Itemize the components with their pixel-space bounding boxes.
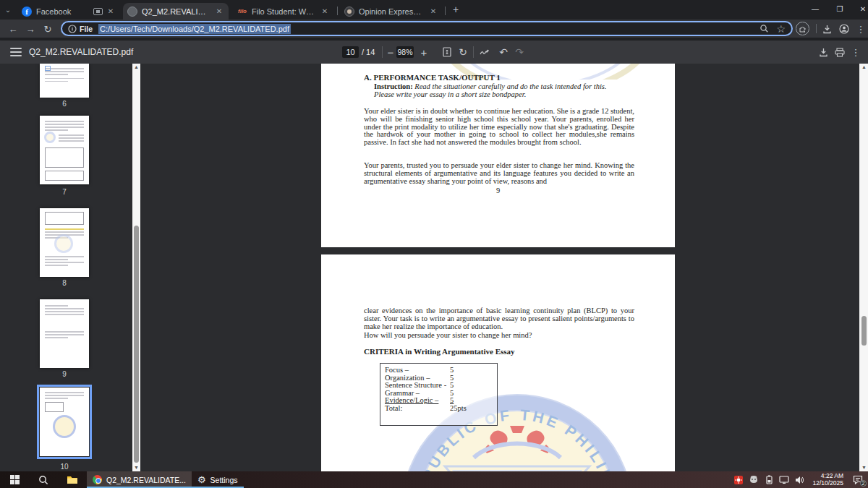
- scroll-up-icon[interactable]: ▲: [132, 64, 140, 71]
- window-maximize-button[interactable]: ❐: [829, 0, 851, 17]
- pdf-viewer: 6 7 8 9 10 ▲: [0, 64, 868, 471]
- sidebar-scrollbar-thumb[interactable]: [134, 226, 139, 463]
- facebook-favicon-icon: f: [22, 7, 32, 17]
- back-icon[interactable]: ←: [6, 22, 20, 36]
- zoom-level-value[interactable]: 98%: [396, 46, 414, 58]
- situationer-paragraph-1: Your elder sister is in doubt whether to…: [364, 108, 634, 147]
- scroll-down-icon[interactable]: ▼: [860, 464, 868, 471]
- system-tray: 4:22 AM 12/10/2025 2: [733, 471, 868, 488]
- window-minimize-button[interactable]: —: [804, 0, 826, 17]
- tab-close-icon[interactable]: ✕: [320, 7, 330, 17]
- search-icon: [38, 475, 48, 485]
- page-number-input[interactable]: 10: [342, 46, 359, 58]
- forward-icon[interactable]: →: [23, 22, 38, 36]
- pdf-more-menu-icon[interactable]: ⋮: [848, 45, 863, 59]
- thumbnail-page-9[interactable]: [40, 299, 89, 368]
- taskbar-settings-button[interactable]: ⚙ Settings: [192, 471, 244, 488]
- situationer-paragraph-2: Your parents, trusted you to persuade yo…: [364, 162, 634, 185]
- toolbar-separator: [382, 46, 383, 58]
- battery-icon[interactable]: [764, 475, 774, 485]
- notification-center-button[interactable]: 2: [851, 475, 864, 485]
- pdf-menu-icon[interactable]: [10, 48, 22, 56]
- gear-icon: ⚙: [197, 474, 206, 485]
- extensions-icon[interactable]: [796, 22, 809, 35]
- taskbar-search-button[interactable]: [29, 471, 58, 488]
- thumbnail-page-10[interactable]: [40, 388, 89, 456]
- address-bar[interactable]: File C:/Users/Tech/Downloads/Q2_M2.REVAL…: [61, 21, 793, 36]
- thumbnail-page-6[interactable]: [40, 64, 89, 98]
- tab-facebook[interactable]: f Facebook ✕: [17, 3, 120, 20]
- criteria-label: Focus –: [385, 367, 450, 374]
- thumbnail-label: 7: [40, 188, 89, 196]
- tab-close-icon[interactable]: ✕: [106, 7, 116, 17]
- main-scrollbar-thumb[interactable]: [861, 316, 867, 346]
- fit-page-icon[interactable]: [440, 45, 454, 59]
- page-count-label: / 14: [362, 48, 375, 56]
- tab-opinion[interactable]: Opinion Expression - Dola ✕: [340, 3, 443, 20]
- download-icon[interactable]: [816, 45, 830, 59]
- filo-favicon-icon: filo: [237, 7, 247, 17]
- thumbnail-label: 10: [40, 463, 89, 471]
- dola-favicon-icon: [344, 7, 354, 17]
- scroll-down-icon[interactable]: ▼: [132, 464, 140, 471]
- tab-label: Opinion Expression - Dola: [359, 7, 424, 16]
- criteria-label: Total:: [385, 405, 450, 413]
- undo-icon[interactable]: ↶: [496, 45, 511, 59]
- volume-icon[interactable]: [794, 475, 804, 485]
- notification-count-badge: 2: [860, 480, 867, 487]
- print-icon[interactable]: [833, 45, 847, 59]
- tab-close-icon[interactable]: ✕: [214, 7, 224, 17]
- tray-app-red-icon[interactable]: [733, 475, 744, 485]
- pdf-document-title: Q2_M2.REVALIDATED.pdf: [29, 47, 133, 57]
- window-close-button[interactable]: ✕: [852, 0, 868, 17]
- page-number-9: 9: [321, 187, 675, 194]
- file-explorer-button[interactable]: [58, 471, 87, 488]
- criteria-box: Focus –5 Organization –5 Sentence Struct…: [380, 363, 498, 426]
- pdf-page-10: REPUBLIC OF THE PHILIPPINES clear eviden…: [321, 254, 675, 471]
- profile-avatar-icon[interactable]: [838, 22, 851, 35]
- thumbnail-page-8[interactable]: [40, 208, 89, 277]
- thumbnail-label: 9: [40, 370, 89, 378]
- taskbar-chrome-label: Q2_M2.REVALIDATE...: [106, 476, 186, 484]
- downloads-icon[interactable]: [820, 22, 833, 35]
- bookmark-star-icon[interactable]: ☆: [776, 23, 786, 35]
- rotate-icon[interactable]: ↻: [456, 45, 470, 59]
- tab-separator: [445, 7, 446, 15]
- tab-strip: ⌄ f Facebook ✕ Q2_M2.REVALIDATED.pdf ✕ f…: [0, 0, 868, 20]
- redo-icon[interactable]: ↷: [512, 45, 527, 59]
- clock-date: 12/10/2025: [812, 480, 843, 487]
- scroll-up-icon[interactable]: ▲: [860, 64, 868, 71]
- sidebar-scrollbar[interactable]: ▲ ▼: [132, 64, 140, 471]
- tab-label: Facebook: [36, 7, 89, 16]
- criteria-row: Focus –5: [385, 367, 497, 374]
- criteria-value: 25pts: [450, 405, 467, 413]
- taskbar-chrome-button[interactable]: Q2_M2.REVALIDATE...: [87, 471, 192, 488]
- tray-app-gray-icon[interactable]: [749, 475, 759, 485]
- tab-search-chevron-icon[interactable]: ⌄: [3, 6, 13, 14]
- thumbnail-page-7[interactable]: [40, 116, 89, 184]
- search-icon[interactable]: [760, 24, 769, 33]
- thumbnail-label: 8: [40, 279, 89, 287]
- url-text-selected[interactable]: C:/Users/Tech/Downloads/Q2_M2.REVALIDATE…: [98, 24, 291, 34]
- taskbar-clock[interactable]: 4:22 AM 12/10/2025: [809, 473, 846, 487]
- browser-menu-icon[interactable]: ⋮: [854, 22, 867, 35]
- tab-filo[interactable]: filo Filo Student: World's Only Live | ✕: [233, 3, 334, 20]
- reload-icon[interactable]: ↻: [41, 22, 55, 36]
- url-scheme-label: File: [80, 25, 93, 33]
- network-display-icon[interactable]: [779, 475, 789, 485]
- zoom-in-icon[interactable]: +: [417, 45, 431, 59]
- main-scrollbar[interactable]: ▲ ▼: [859, 64, 868, 471]
- start-button[interactable]: [0, 471, 29, 488]
- tab-pdf-active[interactable]: Q2_M2.REVALIDATED.pdf ✕: [123, 3, 229, 20]
- task-heading: A. PERFORMANCE TASK/OUTPUT 1: [364, 73, 501, 82]
- tab-close-icon[interactable]: ✕: [428, 7, 438, 17]
- toolbar-separator: [816, 24, 817, 33]
- task-paragraph: clear evidences on the importance of bas…: [364, 307, 634, 330]
- zoom-out-icon[interactable]: −: [383, 45, 398, 59]
- new-tab-button[interactable]: +: [450, 4, 461, 16]
- criteria-row: Total:25pts: [385, 405, 497, 413]
- info-icon[interactable]: [68, 25, 77, 33]
- tab-label: Filo Student: World's Only Live |: [252, 7, 315, 16]
- annotate-pen-icon[interactable]: [477, 45, 492, 59]
- criteria-value: 5: [450, 367, 454, 374]
